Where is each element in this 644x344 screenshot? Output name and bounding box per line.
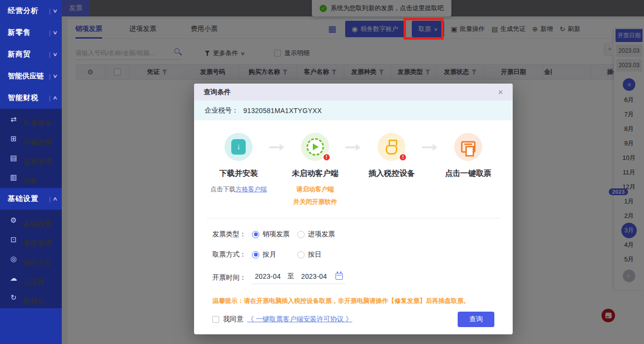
step-download-install: ↓ 下载并安装 点击下载方格客户端: [209, 133, 269, 194]
sidebar-item-label: 云应用: [23, 278, 45, 287]
sidebar-group-label: 经营分析: [8, 6, 49, 15]
radio-label: 按日: [308, 250, 322, 259]
sidebar-submenu-base: ⚙ 基础设置 ⊡ 系统管理 ◎ 协同办公 ☁ 云应用 ↻ 初始化: [0, 210, 62, 308]
sidebar-item-invoice[interactable]: ▤ 发票管理: [0, 148, 62, 168]
cloud-icon: ☁: [9, 274, 18, 283]
divider: |: [49, 195, 51, 202]
step-label: 下载并安装: [219, 169, 258, 179]
chevron-down-icon: ∨: [52, 51, 57, 57]
radio-label: 按月: [263, 250, 276, 259]
error-badge-icon: !: [399, 153, 407, 161]
sidebar-item-system[interactable]: ⊡ 系统管理: [0, 230, 62, 249]
sidebar-group-label: 智能供应链: [8, 72, 49, 81]
sidebar-item-reimburse[interactable]: ⊞ 小畅报销: [0, 129, 62, 148]
chevron-up-icon: ∧: [52, 196, 57, 202]
divider: |: [49, 72, 51, 80]
invoice-icon: ▤: [9, 154, 18, 162]
download-arrow-icon: ↓: [231, 139, 246, 155]
sidebar-group-label: 智能财税: [8, 93, 49, 102]
invoice-machine-icon: [454, 133, 482, 161]
step-one-click-fetch: 点击一键取票: [438, 133, 499, 179]
field-label: 开票时间：: [212, 273, 252, 282]
radio-icon: [297, 231, 305, 238]
sidebar-item-label: 往来现金: [23, 119, 52, 128]
sidebar-group-new-retail[interactable]: 新零售 | ∨: [0, 22, 62, 43]
gear-icon: ⚙: [9, 216, 18, 225]
sidebar-item-ledger[interactable]: ▥ 总账: [0, 168, 62, 187]
radio-icon: [297, 251, 305, 258]
chevron-down-icon: ∨: [52, 8, 57, 14]
step-client-not-started: ! 未启动客户端 请启动客户端 并关闭开票软件: [285, 133, 346, 206]
tax-number-label: 企业税号：: [205, 106, 238, 115]
radio-label: 销项发票: [263, 230, 290, 239]
date-to-label: 至: [287, 272, 294, 281]
step-warning-text: 请启动客户端: [296, 185, 334, 194]
sidebar-item-label: 基础设置: [23, 220, 52, 229]
radio-by-day[interactable]: 按日: [297, 250, 343, 259]
sidebar-submenu-fintax: ⇄ 往来现金 ⊞ 小畅报销 ▤ 发票管理 ▥ 总账: [0, 109, 62, 188]
divider: |: [49, 29, 51, 36]
agreement-area: 我同意 《 一键取票客户端安装许可协议 》: [212, 315, 458, 324]
field-label: 取票方式：: [212, 250, 252, 259]
divider: |: [49, 7, 51, 14]
radio-by-month[interactable]: 按月: [252, 250, 297, 259]
date-range-picker[interactable]: 2023-04 至 2023-04: [252, 272, 346, 284]
step-label: 插入税控设备: [368, 169, 415, 179]
app-window: 经营分析 | ∨ 新零售 | ∨ 新商贸 | ∨ 智能供应链 | ∨ 智能财税 …: [0, 0, 644, 344]
divider: |: [49, 51, 51, 58]
sidebar-item-cloud-apps[interactable]: ☁ 云应用: [0, 269, 62, 288]
radio-purchase-invoice[interactable]: 进项发票: [297, 230, 343, 239]
sidebar-group-supply-chain[interactable]: 智能供应链 | ∨: [0, 65, 62, 87]
step-warning-text: 并关闭开票软件: [293, 198, 337, 206]
query-button[interactable]: 查询: [458, 312, 494, 327]
fetch-mode-row: 取票方式： 按月 按日: [212, 244, 513, 265]
setup-steps: ↓ 下载并安装 点击下载方格客户端 ! 未启动客户端 请启动客户端 并关闭开票软…: [194, 120, 513, 206]
reimburse-icon: ⊞: [9, 134, 18, 143]
system-icon: ⊡: [9, 235, 18, 244]
step-label: 点击一键取票: [445, 169, 491, 179]
date-start-value[interactable]: 2023-04: [255, 272, 280, 280]
radio-label: 进项发票: [308, 230, 335, 239]
radio-selected-icon: [252, 231, 259, 238]
sidebar-group-label: 基础设置: [8, 194, 49, 203]
close-icon[interactable]: ×: [498, 88, 503, 97]
chevron-up-icon: ∧: [52, 95, 57, 101]
radio-selected-icon: [252, 251, 259, 258]
invoice-type-row: 发票类型： 销项发票 进项发票: [212, 224, 513, 244]
sidebar-item-label: 发票管理: [23, 158, 52, 166]
chevron-down-icon: ∨: [52, 29, 57, 36]
field-label: 发票类型：: [212, 230, 252, 239]
dialog-header: 查询条件 ×: [194, 84, 513, 100]
error-badge-icon: !: [322, 153, 331, 161]
sidebar-item-init[interactable]: ↻ 初始化: [0, 288, 62, 307]
sidebar: 经营分析 | ∨ 新零售 | ∨ 新商贸 | ∨ 智能供应链 | ∨ 智能财税 …: [0, 0, 62, 344]
sidebar-group-fintax[interactable]: 智能财税 | ∧: [0, 87, 62, 109]
sidebar-item-label: 小畅报销: [23, 138, 52, 147]
step-label: 未启动客户端: [292, 169, 338, 179]
tax-number-value: 91320581MA1XTYGYXX: [243, 107, 322, 115]
sidebar-group-new-trade[interactable]: 新商贸 | ∨: [0, 43, 62, 65]
sidebar-item-collab[interactable]: ◎ 协同办公: [0, 249, 62, 269]
chevron-down-icon: ∨: [52, 73, 57, 79]
date-end-value[interactable]: 2023-04: [301, 272, 327, 280]
client-play-icon: !: [301, 133, 329, 161]
agree-checkbox[interactable]: [212, 316, 219, 323]
client-download-link[interactable]: 方格客户端: [236, 186, 267, 193]
agreement-link[interactable]: 《 一键取票客户端安装许可协议 》: [247, 315, 352, 324]
query-conditions-dialog: 查询条件 × 企业税号： 91320581MA1XTYGYXX ↓ 下载并安装 …: [194, 84, 513, 334]
invoice-time-row: 开票时间： 2023-04 至 2023-04: [212, 268, 513, 288]
sidebar-item-label: 总账: [23, 177, 38, 186]
calendar-icon[interactable]: [336, 273, 343, 280]
download-hint-text: 点击下载: [210, 186, 236, 193]
sidebar-group-base-settings[interactable]: 基础设置 | ∧: [0, 188, 62, 210]
agree-label: 我同意: [223, 315, 243, 324]
sidebar-group-business-analysis[interactable]: 经营分析 | ∨: [0, 0, 62, 22]
radio-sales-invoice[interactable]: 销项发票: [252, 230, 297, 239]
usb-device-icon: !: [378, 133, 406, 161]
sidebar-item-base-settings[interactable]: ⚙ 基础设置: [0, 211, 62, 230]
sidebar-item-label: 初始化: [23, 297, 45, 306]
exchange-icon: ⇄: [9, 115, 18, 124]
divider: [207, 218, 500, 218]
sidebar-item-cash[interactable]: ⇄ 往来现金: [0, 110, 62, 129]
download-icon: ↓: [224, 133, 252, 161]
